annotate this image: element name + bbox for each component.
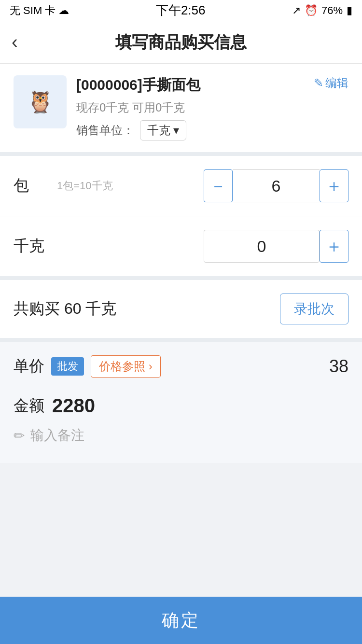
edit-button[interactable]: ✎ 编辑 xyxy=(314,75,348,91)
unit-selector[interactable]: 千克 ▾ xyxy=(140,120,186,140)
price-value: 38 xyxy=(329,356,348,377)
bao-label: 包 xyxy=(14,175,52,196)
status-left: 无 SIM 卡 ☁ xyxy=(10,3,69,18)
amount-row: 金额 2280 xyxy=(14,387,348,421)
input-section: 包 1包=10千克 － ＋ 千克 ＋ xyxy=(0,156,362,280)
product-unit-row: 销售单位： 千克 ▾ xyxy=(76,120,348,140)
product-card: 🦉 [0000006]手撕面包 ✎ 编辑 现存0千克 可用0千克 销售单位： 千… xyxy=(0,64,362,156)
product-logo: 🦉 xyxy=(27,89,54,114)
product-name: [0000006]手撕面包 xyxy=(76,75,200,95)
amount-section: 金额 2280 ✏ 输入备注 xyxy=(0,387,362,463)
price-ref-button[interactable]: 价格参照 › xyxy=(91,355,161,378)
edit-label: 编辑 xyxy=(325,75,348,91)
product-stock: 现存0千克 可用0千克 xyxy=(76,100,348,115)
kg-label: 千克 xyxy=(14,236,52,257)
status-bar: 无 SIM 卡 ☁ 下午2:56 ↗ ⏰ 76% ▮ xyxy=(0,0,362,21)
kg-plus-button[interactable]: ＋ xyxy=(320,230,348,263)
note-row[interactable]: ✏ 输入备注 xyxy=(14,421,348,449)
bao-input[interactable] xyxy=(233,169,320,202)
bao-minus-button[interactable]: － xyxy=(204,169,233,202)
kg-qty-control: ＋ xyxy=(204,230,348,263)
price-left: 单价 批发 价格参照 › xyxy=(14,355,161,378)
batch-button[interactable]: 录批次 xyxy=(280,294,348,324)
price-label: 单价 xyxy=(14,356,44,377)
sim-status: 无 SIM 卡 ☁ xyxy=(10,3,69,18)
price-section: 单价 批发 价格参照 › 38 xyxy=(0,342,362,387)
bao-plus-button[interactable]: ＋ xyxy=(320,169,348,202)
unit-label: 销售单位： xyxy=(76,123,134,138)
product-image: 🦉 xyxy=(14,75,67,128)
kg-row: 千克 ＋ xyxy=(0,216,362,276)
note-placeholder: 输入备注 xyxy=(30,426,84,445)
battery-status: 76% xyxy=(321,4,343,17)
price-row: 单价 批发 价格参照 › 38 xyxy=(14,355,348,387)
battery-icon: ▮ xyxy=(347,4,352,17)
status-time: 下午2:56 xyxy=(156,2,206,19)
edit-icon: ✎ xyxy=(314,76,323,90)
bao-row: 包 1包=10千克 － ＋ xyxy=(0,156,362,216)
total-row: 共购买 60 千克 录批次 xyxy=(0,280,362,342)
amount-label: 金额 xyxy=(14,395,44,417)
product-info: [0000006]手撕面包 ✎ 编辑 现存0千克 可用0千克 销售单位： 千克 … xyxy=(76,75,348,140)
dropdown-icon: ▾ xyxy=(173,124,179,137)
total-text: 共购买 60 千克 xyxy=(14,298,116,320)
kg-input[interactable] xyxy=(204,230,320,263)
bao-hint: 1包=10千克 xyxy=(57,179,204,193)
nav-bar: ‹ 填写商品购买信息 xyxy=(0,21,362,64)
page-title: 填写商品购买信息 xyxy=(115,31,247,54)
confirm-button[interactable]: 确定 xyxy=(0,597,362,644)
note-icon: ✏ xyxy=(14,428,25,444)
empty-space xyxy=(0,463,362,608)
bao-qty-control: － ＋ xyxy=(204,169,348,202)
alarm-icon: ⏰ xyxy=(305,4,318,17)
back-button[interactable]: ‹ xyxy=(12,32,18,53)
confirm-label: 确定 xyxy=(162,609,200,632)
status-right: ↗ ⏰ 76% ▮ xyxy=(292,4,352,17)
price-tag: 批发 xyxy=(51,357,84,376)
unit-value: 千克 xyxy=(147,123,170,138)
location-icon: ↗ xyxy=(292,4,301,17)
amount-value: 2280 xyxy=(52,395,95,417)
